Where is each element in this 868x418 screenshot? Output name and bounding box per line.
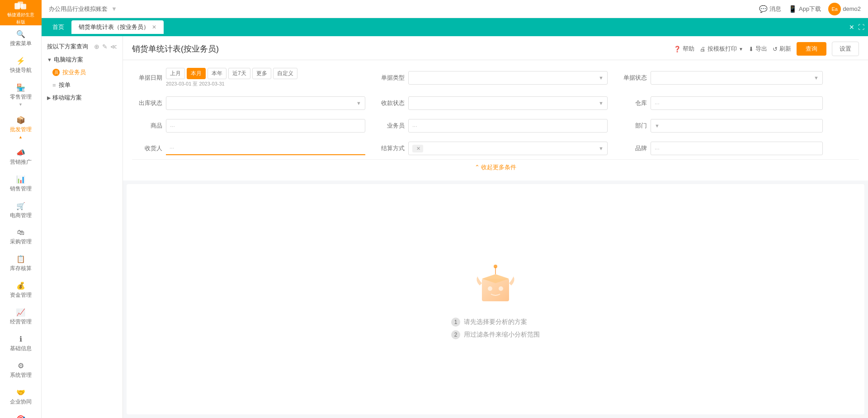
tree-children-desktop: 员 按业务员 ≡ 按单 [42,66,123,91]
date-btn-7days[interactable]: 近7天 [228,68,250,79]
tab-close-icon[interactable]: ✕ [152,24,156,30]
outstatus-select[interactable]: ▼ [166,96,365,110]
app-logo: 畅捷通好生意 标版 [0,0,42,25]
sidebar-item-label: 采购管理 [10,238,32,246]
message-label: 消息 [769,5,781,13]
docstatus-select[interactable]: ▼ [651,71,823,85]
doctype-select[interactable]: ▼ [408,71,608,85]
sidebar-item-ecommerce[interactable]: 🛒 电商管理 [0,197,42,224]
sidebar-item-finance[interactable]: 💰 资金管理 [0,277,42,304]
chevron-down-icon: ▼ [599,146,604,151]
salesperson-badge: 员 [52,69,60,76]
sidebar-item-purchase[interactable]: 🛍 采购管理 [0,224,42,250]
left-panel: 按以下方案查询 ⊕ ✎ ≪ ▼ 电脑端方案 员 按业务员 ≡ 按单 [42,36,123,418]
sidebar-item-quick-nav[interactable]: ⚡ 快捷导航 [0,52,42,79]
help-button[interactable]: ❓ 帮助 [674,45,694,53]
sidebar-item-label: 企业协同 [10,398,32,406]
export-icon: ⬇ [749,46,754,52]
wholesale-icon: 📦 [16,116,25,124]
sidebar-item-basic[interactable]: ℹ 基础信息 [0,330,42,357]
date-label: 单据日期 [132,74,166,82]
filter-goods: 商品 ··· [132,117,374,135]
goods-select[interactable]: ··· [166,119,365,133]
tree-item-mobile[interactable]: ▶ 移动端方案 [42,91,123,104]
tab-sales-report-label: 销货单统计表（按业务员） [79,23,149,31]
user-menu[interactable]: Ea demo2 [828,3,861,15]
filter-brand: 品牌 ··· [617,139,859,157]
collapse-left-icon[interactable]: ≪ [110,43,117,50]
message-button[interactable]: 💬 消息 [759,5,781,13]
tip-num-2: 2 [451,330,460,339]
collapse-icon: ⌃ [475,164,480,171]
export-button[interactable]: ⬇ 导出 [749,45,767,53]
tag-remove-icon[interactable]: ✕ [416,146,420,152]
tree-child-order[interactable]: ≡ 按单 [49,79,123,91]
tab-sales-report[interactable]: 销货单统计表（按业务员） ✕ [71,20,164,34]
sidebar-item-beginner[interactable]: 🎯 新手引导 [0,410,42,418]
sidebar-item-wholesale[interactable]: 📦 批发管理 ▲ [0,111,42,144]
tree-child-label: 按业务员 [62,68,86,76]
sidebar-item-label: 基础信息 [10,345,32,352]
tree-child-salesperson[interactable]: 员 按业务员 [49,66,123,79]
refresh-label: 刷新 [779,45,791,53]
filter-consignee: 收货人 ··· [132,139,374,157]
empty-tip-2: 2 用过滤条件来缩小分析范围 [451,330,540,339]
tree-item-desktop[interactable]: ▼ 电脑端方案 [42,53,123,66]
edit-scheme-icon[interactable]: ✎ [102,43,108,50]
tab-maximize-icon[interactable]: ⛶ [858,24,864,31]
filter-row-3: 商品 ··· 业务员 ··· [132,117,859,135]
sidebar-item-retail[interactable]: 🏪 零售管理 ▼ [0,79,42,111]
brand-label: 品牌 [617,144,651,152]
sidebar-item-marketing[interactable]: 📣 营销推广 [0,144,42,171]
date-btn-custom[interactable]: 自定义 [273,68,297,79]
date-btn-more[interactable]: 更多 [252,68,271,79]
add-scheme-icon[interactable]: ⊕ [94,43,99,50]
chevron-icon: ▼ [19,102,23,107]
department-select[interactable]: ▼ [651,119,823,133]
setting-button[interactable]: 设置 [832,42,859,56]
salesperson-select[interactable]: ··· [408,119,608,133]
app-download-button[interactable]: 📱 App下载 [788,5,821,13]
collapse-label: 收起更多条件 [481,164,516,171]
outstatus-label: 出库状态 [132,99,166,107]
sidebar-item-label: 系统管理 [10,371,32,379]
sidebar-item-label: 经营管理 [10,318,32,326]
refresh-button[interactable]: ↺ 刷新 [773,45,791,53]
filter-docstatus: 单据状态 ▼ [617,66,859,90]
main-area: 办公用品行业模拟账套 ▼ 💬 消息 📱 App下载 Ea demo2 首页 [42,0,868,418]
sidebar-item-operations[interactable]: 📈 经营管理 [0,304,42,330]
date-btn-this-month[interactable]: 本月 [187,68,206,79]
print-button[interactable]: 🖨 按模板打印 ▼ [700,45,743,53]
warehouse-select[interactable]: ··· [651,96,823,110]
filter-department: 部门 ▼ [617,117,859,135]
salesperson-label: 业务员 [374,122,408,130]
receiptstatus-select[interactable]: ▼ [408,96,608,110]
topbar: 办公用品行业模拟账套 ▼ 💬 消息 📱 App下载 Ea demo2 [42,0,868,18]
chevron-down-icon: ▼ [599,75,604,81]
filter-row-1: 单据日期 上月 本月 本年 近7天 更多 自定义 2023-03-01 至 20… [132,66,859,90]
chevron-down-icon: ▼ [356,100,361,106]
tab-expand-icon[interactable]: ✕ [849,24,854,31]
docstatus-input: ▼ [651,71,823,85]
sidebar-item-enterprise[interactable]: 🤝 企业协同 [0,384,42,410]
sidebar-item-label: 资金管理 [10,291,32,299]
query-button[interactable]: 查询 [797,42,826,56]
tabbar: 首页 销货单统计表（按业务员） ✕ ✕ ⛶ [42,18,868,36]
settlement-tag-field[interactable]: ✕ ▼ [408,142,608,155]
sidebar-item-system[interactable]: ⚙ 系统管理 [0,357,42,384]
date-btn-this-year[interactable]: 本年 [208,68,226,79]
avatar-text: Ea [832,6,838,12]
settlement-tag: ✕ [412,145,423,152]
empty-illustration [468,256,523,310]
tab-home[interactable]: 首页 [45,20,71,34]
brand-select[interactable]: ··· [651,142,823,155]
chevron-down-icon: ▼ [655,123,660,128]
avatar: Ea [828,3,841,15]
sidebar-item-search[interactable]: 🔍 搜索菜单 [0,25,42,52]
consignee-text-input[interactable]: ··· [166,142,365,155]
date-btn-last-month[interactable]: 上月 [166,68,185,79]
sidebar-item-inventory[interactable]: 📋 库存核算 [0,250,42,277]
sidebar-item-sales[interactable]: 📊 销售管理 [0,171,42,197]
doctype-input: ▼ [408,71,608,85]
collapse-button[interactable]: ⌃ 收起更多条件 [132,159,859,175]
